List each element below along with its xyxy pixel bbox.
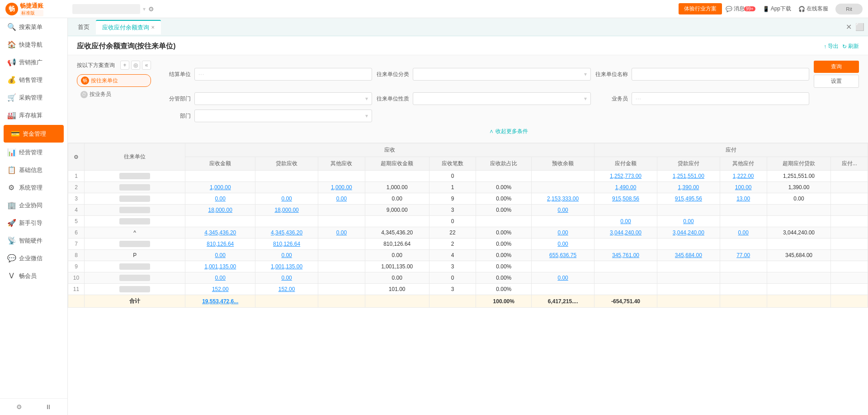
table-cell[interactable] [594, 272, 657, 284]
table-cell[interactable]: 810,126.64 [185, 239, 255, 250]
table-cell[interactable]: 345,684.00 [657, 250, 720, 261]
table-cell[interactable] [532, 261, 594, 272]
sidebar-item-operations[interactable]: 📊 经营管理 [0, 143, 67, 161]
table-cell[interactable]: 0.00 [255, 193, 318, 205]
tab-maximize-icon[interactable]: ⬜ [855, 23, 864, 31]
table-cell[interactable]: 915,495.56 [657, 193, 720, 205]
back-scheme-btn[interactable]: « [142, 61, 151, 70]
query-btn[interactable]: 查询 [814, 61, 859, 73]
tab-query[interactable]: 应收应付余额查询 ✕ [96, 20, 161, 34]
table-cell[interactable]: 1,390.00 [657, 182, 720, 193]
table-cell[interactable] [532, 284, 594, 295]
sidebar-item-system[interactable]: ⚙ 系统管理 [0, 179, 67, 196]
sidebar-item-enterprise[interactable]: 🏢 企业协同 [0, 196, 67, 214]
table-cell[interactable] [720, 239, 767, 250]
table-cell[interactable]: 915,508.56 [594, 193, 657, 205]
table-cell[interactable] [318, 261, 365, 272]
table-cell[interactable] [532, 182, 594, 193]
table-cell[interactable] [318, 272, 365, 284]
dropdown-arrow-icon[interactable]: ▾ [143, 6, 146, 12]
table-cell[interactable] [594, 239, 657, 250]
settings-gear-icon[interactable]: ⚙ [148, 5, 154, 13]
table-cell[interactable] [720, 205, 767, 216]
sidebar-item-marketing[interactable]: 📢 营销推广 [0, 53, 67, 71]
table-cell[interactable] [532, 171, 594, 182]
table-cell[interactable]: 810,126.64 [255, 239, 318, 250]
table-cell[interactable]: 18,000.00 [255, 205, 318, 216]
table-cell[interactable]: 0.00 [720, 227, 767, 239]
table-cell[interactable]: 3,044,240.00 [657, 227, 720, 239]
th-settings[interactable]: ⚙ [68, 143, 85, 171]
unit-nature-input[interactable]: ▾ [413, 92, 590, 105]
sidebar-item-member[interactable]: Ⅴ 畅会员 [0, 267, 67, 285]
experience-btn[interactable]: 体验行业方案 [679, 3, 722, 14]
table-cell[interactable] [185, 216, 255, 227]
table-cell[interactable]: 0.00 [185, 250, 255, 261]
table-cell[interactable] [720, 284, 767, 295]
table-cell[interactable]: 655,636.75 [532, 250, 594, 261]
table-cell[interactable]: 0.00 [185, 193, 255, 205]
table-cell[interactable]: 345,761.00 [594, 250, 657, 261]
table-cell[interactable] [594, 261, 657, 272]
table-cell[interactable] [657, 239, 720, 250]
table-cell[interactable]: 18,000.00 [185, 205, 255, 216]
salesperson-input[interactable]: ··· [632, 92, 809, 105]
table-cell[interactable]: 4,345,436.20 [185, 227, 255, 239]
table-cell[interactable] [318, 216, 365, 227]
table-cell[interactable]: 2,153,333.00 [532, 193, 594, 205]
table-cell[interactable]: 0.00 [532, 205, 594, 216]
settings-bottom-icon[interactable]: ⚙ [16, 403, 22, 410]
table-cell[interactable] [185, 171, 255, 182]
table-cell[interactable]: 1,222.00 [720, 171, 767, 182]
table-cell[interactable] [318, 284, 365, 295]
table-cell[interactable] [657, 205, 720, 216]
messages-btn[interactable]: 💬 消息 99+ [726, 5, 755, 13]
table-cell[interactable]: 0.00 [255, 272, 318, 284]
table-cell[interactable] [318, 239, 365, 250]
table-cell[interactable] [720, 216, 767, 227]
table-cell[interactable] [532, 216, 594, 227]
table-cell[interactable]: 0.00 [657, 216, 720, 227]
filter-collapse-btn[interactable]: ∧ 收起更多条件 [158, 126, 859, 137]
table-cell[interactable]: 0.00 [255, 250, 318, 261]
sidebar-item-wechat[interactable]: 💬 企业微信 [0, 249, 67, 267]
settlement-unit-input[interactable]: ··· [194, 68, 372, 81]
table-cell[interactable]: 0.00 [185, 272, 255, 284]
table-cell[interactable]: 4,345,436.20 [255, 227, 318, 239]
table-cell[interactable]: 1,001,135.00 [255, 261, 318, 272]
sidebar-item-finance[interactable]: 💳 资金管理 [4, 125, 64, 143]
table-cell[interactable] [657, 261, 720, 272]
table-cell[interactable] [657, 272, 720, 284]
sidebar-item-guide[interactable]: 🚀 新手引导 [0, 214, 67, 232]
sidebar-item-inventory[interactable]: 🏭 库存核算 [0, 106, 67, 124]
table-cell[interactable] [594, 284, 657, 295]
table-cell[interactable]: 0.00 [532, 227, 594, 239]
table-cell[interactable]: 1,001,135.00 [185, 261, 255, 272]
table-cell[interactable] [255, 216, 318, 227]
table-cell[interactable]: 1,000.00 [318, 182, 365, 193]
table-cell[interactable] [594, 205, 657, 216]
table-cell[interactable]: 13.00 [720, 193, 767, 205]
table-cell[interactable]: 0.00 [318, 227, 365, 239]
table-cell[interactable]: 100.00 [720, 182, 767, 193]
table-cell[interactable]: 152.00 [255, 284, 318, 295]
table-cell[interactable]: 1,000.00 [185, 182, 255, 193]
department-input[interactable]: ▾ [194, 110, 372, 122]
tab-home[interactable]: 首页 [71, 20, 96, 34]
sidebar-item-quicknav[interactable]: 🏠 快捷导航 [0, 36, 67, 53]
table-cell[interactable]: 0.00 [594, 216, 657, 227]
tab-close-icon[interactable]: ✕ [151, 25, 155, 30]
unit-name-input[interactable] [632, 68, 809, 81]
settings-btn[interactable]: 设置 [814, 75, 859, 88]
sidebar-item-sales[interactable]: 💰 销售管理 [0, 71, 67, 89]
breadcrumb-input[interactable] [72, 4, 140, 14]
export-btn[interactable]: ↑ 导出 [824, 43, 839, 50]
table-cell[interactable]: 1,251,551.00 [657, 171, 720, 182]
table-cell[interactable] [657, 284, 720, 295]
table-cell[interactable]: 0.00 [532, 272, 594, 284]
table-cell[interactable] [255, 171, 318, 182]
table-cell[interactable]: 1,252,773.00 [594, 171, 657, 182]
user-avatar[interactable]: Rit [835, 4, 863, 14]
table-cell[interactable]: 3,044,240.00 [594, 227, 657, 239]
app-download-btn[interactable]: 📱 App下载 [763, 5, 791, 13]
